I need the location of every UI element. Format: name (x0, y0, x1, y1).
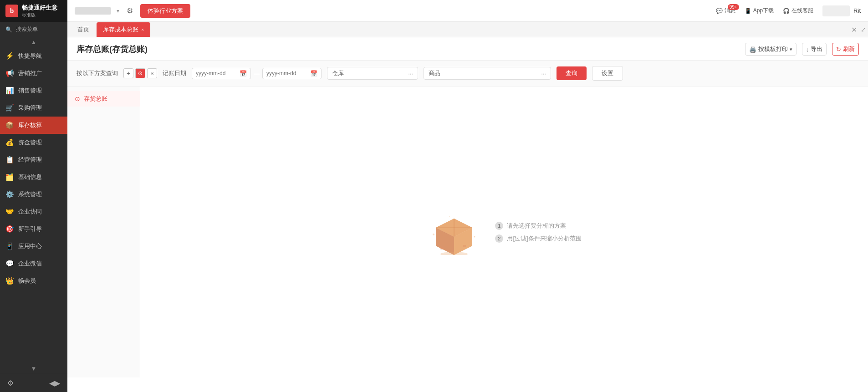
export-btn[interactable]: ↓ 导出 (802, 43, 827, 56)
svg-point-11 (449, 216, 450, 217)
sidebar-item-wechat[interactable]: 💬 企业微信 (0, 255, 67, 272)
query-btn[interactable]: 查询 (557, 66, 587, 80)
user-area[interactable]: Rit (822, 5, 861, 16)
breadcrumb (75, 7, 111, 15)
scheme-item-active[interactable]: ⊙ 存货总账 (67, 91, 140, 107)
calendar-start-icon[interactable]: 📅 (240, 70, 247, 77)
app-download-label: App下载 (753, 7, 774, 15)
filter-toggle-btn[interactable]: ⊙ (135, 68, 145, 78)
empty-content: 1 请先选择要分析的方案 2 用[过滤]条件来缩小分析范围 (427, 209, 581, 255)
sidebar-item-marketing[interactable]: 📢 营销推广 (0, 65, 67, 82)
logo-main: 畅捷通好生意 (22, 4, 57, 12)
message-badge: 99+ (728, 4, 739, 10)
filter-add-btn[interactable]: + (123, 68, 133, 78)
export-label: 导出 (811, 45, 822, 53)
app-download-btn[interactable]: 📱 App下载 (745, 7, 774, 15)
svg-rect-7 (440, 247, 444, 249)
filter-section-label: 按以下方案查询 (77, 69, 118, 77)
page-actions: 🖨️ 按模板打印 ▾ ↓ 导出 ↻ 刷新 (745, 43, 859, 56)
sidebar-item-member[interactable]: 👑 畅会员 (0, 272, 67, 290)
panel-close-btn[interactable]: ✕ (851, 22, 857, 37)
svg-rect-8 (463, 245, 466, 247)
page-header: 库存总账(存货总账) 🖨️ 按模板打印 ▾ ↓ 导出 ↻ 刷新 (67, 37, 868, 61)
collapse-footer-icon[interactable]: ◀▶ (49, 379, 60, 387)
sidebar-item-finance[interactable]: 💰 资金管理 (0, 134, 67, 151)
message-icon: 💬 (716, 8, 723, 14)
wechat-icon: 💬 (5, 260, 14, 268)
sidebar-item-label: 销售管理 (18, 87, 42, 95)
warehouse-filter[interactable]: 仓库 ··· (327, 67, 418, 80)
user-name: Rit (853, 7, 861, 14)
warehouse-more-icon[interactable]: ··· (408, 70, 413, 77)
refresh-btn[interactable]: ↻ 刷新 (832, 43, 859, 56)
hint-text-1: 请先选择要分析的方案 (507, 222, 566, 230)
export-icon: ↓ (806, 46, 809, 53)
sidebar-item-enterprise[interactable]: 🤝 企业协同 (0, 203, 67, 220)
search-menu[interactable]: 🔍 搜索菜单 (0, 22, 67, 37)
sidebar-item-label: 基础信息 (18, 173, 42, 181)
empty-hint-1: 1 请先选择要分析的方案 (495, 222, 581, 230)
purchase-icon: 🛒 (5, 104, 14, 112)
date-end-field[interactable] (266, 70, 307, 76)
panel-expand-btn[interactable]: ⤢ (861, 22, 866, 37)
inventory-icon: 📦 (5, 121, 14, 129)
page-title: 库存总账(存货总账) (77, 44, 148, 55)
print-dropdown-icon[interactable]: ▾ (790, 46, 792, 52)
calendar-end-icon[interactable]: 📅 (310, 70, 317, 77)
tab-close-icon[interactable]: × (141, 27, 144, 32)
operation-icon: 📋 (5, 156, 14, 164)
date-start-input[interactable]: 📅 (192, 68, 251, 79)
scheme-item-label: 存货总账 (84, 95, 107, 103)
main-content: ▾ ⚙ 体验行业方案 💬 消息 99+ 📱 App下载 🎧 在线客服 Rit (67, 0, 868, 392)
expand-icon[interactable]: ⤢ (861, 26, 866, 33)
date-end-input[interactable]: 📅 (262, 68, 322, 79)
app-center-icon: 📱 (5, 242, 14, 250)
settings-footer-icon[interactable]: ⚙ (7, 379, 14, 387)
sidebar-item-basic-info[interactable]: 🗂️ 基础信息 (0, 168, 67, 186)
scroll-down-btn[interactable]: ▼ (0, 363, 67, 374)
settings-btn[interactable]: 设置 (592, 66, 623, 81)
tab-inventory-ledger[interactable]: 库存成本总账 × (97, 22, 150, 37)
logo-area: b 畅捷通好生意 标准版 (0, 0, 67, 22)
scheme-panel: ⊙ 存货总账 (67, 87, 868, 377)
date-separator: — (254, 70, 260, 77)
hint-num-2: 2 (495, 234, 503, 243)
tabbar: 首页 库存成本总账 × ✕ ⤢ (67, 22, 868, 37)
sidebar-item-purchase[interactable]: 🛒 采购管理 (0, 99, 67, 117)
empty-state: 1 请先选择要分析的方案 2 用[过滤]条件来缩小分析范围 (140, 87, 868, 377)
filter-btn-group: + ⊙ « (123, 68, 157, 78)
product-more-icon[interactable]: ··· (541, 70, 546, 77)
sidebar-item-quick-nav[interactable]: ⚡ 快捷导航 (0, 47, 67, 65)
sidebar-item-operation[interactable]: 📋 经营管理 (0, 151, 67, 168)
scroll-up-btn[interactable]: ▲ (0, 37, 67, 47)
system-icon: ⚙️ (5, 190, 14, 199)
print-btn[interactable]: 🖨️ 按模板打印 ▾ (745, 43, 797, 56)
logo-icon: b (5, 5, 18, 17)
gear-icon[interactable]: ⚙ (125, 5, 135, 17)
sales-icon: 📊 (5, 87, 14, 95)
product-filter[interactable]: 商品 ··· (424, 67, 551, 80)
sidebar-item-sales[interactable]: 📊 销售管理 (0, 82, 67, 99)
sidebar-item-app-center[interactable]: 📱 应用中心 (0, 238, 67, 255)
marketing-icon: 📢 (5, 69, 14, 77)
search-icon: 🔍 (5, 26, 12, 33)
date-start-field[interactable] (196, 70, 237, 76)
tab-home-label: 首页 (77, 25, 89, 34)
sidebar-item-inventory[interactable]: 📦 库存核算 (0, 117, 67, 134)
topbar-left: ▾ ⚙ 体验行业方案 (75, 4, 190, 18)
tab-home[interactable]: 首页 (71, 22, 96, 37)
industry-btn[interactable]: 体验行业方案 (140, 4, 190, 18)
message-btn[interactable]: 💬 消息 99+ (716, 7, 735, 15)
chevron-down-icon[interactable]: ▾ (117, 8, 119, 14)
online-service-btn[interactable]: 🎧 在线客服 (783, 7, 813, 15)
quick-nav-icon: ⚡ (5, 52, 14, 60)
online-service-icon: 🎧 (783, 8, 790, 14)
sidebar-item-system[interactable]: ⚙️ 系统管理 (0, 186, 67, 203)
sidebar-item-label: 企业协同 (18, 208, 42, 216)
topbar-right: 💬 消息 99+ 📱 App下载 🎧 在线客服 Rit (716, 5, 861, 16)
filter-collapse-btn[interactable]: « (147, 68, 157, 78)
refresh-icon: ↻ (836, 46, 841, 53)
sidebar-item-new-guide[interactable]: 🎯 新手引导 (0, 220, 67, 238)
finance-icon: 💰 (5, 138, 14, 147)
svg-point-9 (433, 234, 434, 235)
